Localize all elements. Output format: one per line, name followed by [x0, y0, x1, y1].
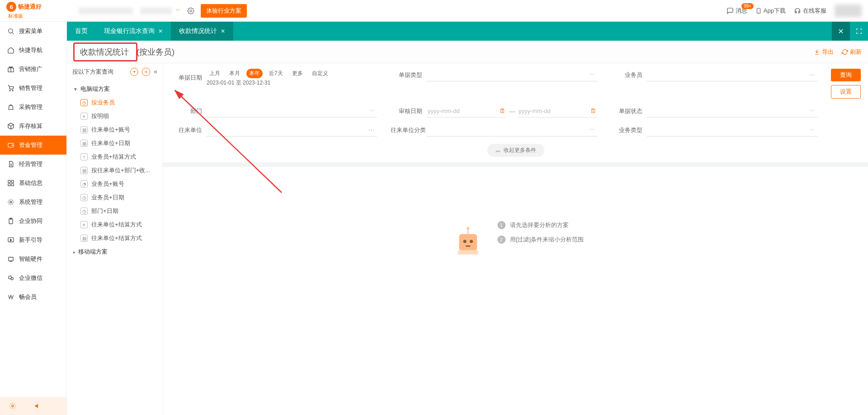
nav-item-box[interactable]: 库存核算 [0, 117, 66, 136]
nav-item-wallet[interactable]: 资金管理 [0, 136, 66, 155]
message-icon [726, 7, 734, 14]
chevron-down-icon: ﹀ [369, 107, 375, 115]
nav-item-gear[interactable]: 系统管理 [0, 193, 66, 212]
filter-doc-date: 单据日期 上月本月本年近7天更多自定义 2023-01-01 至 2023-12… [170, 69, 377, 87]
scheme-item[interactable]: ◷部门+日期 [67, 204, 163, 218]
filter-partner-cat[interactable]: 往来单位分类 ﹀ [391, 124, 597, 137]
phone-icon [755, 7, 762, 14]
filter-audit-date: 审核日期 yyyy-mm-dd🗓 — yyyy-mm-dd🗓 [391, 105, 597, 118]
scheme-item[interactable]: ▤按往来单位+部门+收... [67, 164, 163, 177]
date-chip[interactable]: 自定义 [309, 69, 331, 78]
scheme-item[interactable]: ▤往来单位+账号 [67, 123, 163, 137]
filter-dept[interactable]: 部门 ﹀ [170, 105, 377, 118]
nav-item-home[interactable]: 快捷导航 [0, 41, 66, 60]
support-link[interactable]: 在线客服 [794, 7, 826, 15]
nav-item-hw[interactable]: 智能硬件 [0, 250, 66, 269]
edition-label: 标准版 [8, 13, 23, 19]
nav-item-search[interactable]: 搜索菜单 [0, 22, 66, 41]
date-chip[interactable]: 本年 [246, 69, 263, 78]
nav-item-grid[interactable]: 基础信息 [0, 174, 66, 193]
empty-state: 1 请先选择要分析的方案 2 用[过滤]条件来缩小分析范围 [448, 221, 584, 262]
date-chip[interactable]: 本月 [226, 69, 243, 78]
messages-link[interactable]: 消息 99+ [726, 7, 747, 15]
date-chip[interactable]: 更多 [289, 69, 306, 78]
chevron-down-icon: ﹀ [590, 71, 595, 79]
scheme-item[interactable]: ◷业务员+日期 [67, 191, 163, 204]
scheme-item[interactable]: ≡往来单位+结算方式 [67, 218, 163, 231]
empty-step-2: 2 用[过滤]条件来缩小分析范围 [497, 236, 584, 244]
scheme-item[interactable]: ≡按明细 [67, 109, 163, 123]
date-chip[interactable]: 上月 [207, 69, 223, 78]
scheme-item[interactable]: ▤往来单位+日期 [67, 137, 163, 150]
messages-badge: 99+ [741, 3, 754, 9]
nav-item-vip[interactable]: 畅会员 [0, 288, 66, 307]
gear-icon[interactable] [187, 7, 194, 14]
scheme-item[interactable]: ◷按业务员 [67, 96, 163, 109]
user-avatar[interactable] [835, 5, 862, 17]
download-link[interactable]: App下载 [755, 7, 786, 15]
settings-icon[interactable] [9, 402, 16, 410]
tab-fullscreen[interactable] [850, 22, 868, 41]
collapse-sidebar-icon[interactable]: « [154, 68, 157, 76]
download-label: App下载 [764, 7, 786, 15]
filter-salesperson[interactable]: 业务员 ⋯ [611, 69, 817, 81]
refresh-button[interactable]: 刷新 [842, 48, 862, 56]
scheme-item[interactable]: ◔业务员+账号 [67, 177, 163, 191]
tab-close-all[interactable] [832, 22, 850, 41]
filter-doc-type[interactable]: 单据类型 ﹀ [391, 69, 597, 81]
bars-icon: ≡ [80, 113, 88, 120]
tab[interactable]: 首页 [67, 22, 96, 41]
clock-icon: ◷ [80, 208, 88, 215]
company-selector[interactable]: ﹀ [79, 7, 181, 14]
calendar-icon: 🗓 [590, 108, 596, 114]
add-scheme-icon[interactable]: + [130, 68, 138, 76]
filter-biz-type[interactable]: 业务类型 ﹀ [611, 124, 817, 137]
collapse-filters-button[interactable]: ︽ 收起更多条件 [487, 144, 544, 157]
clip-icon [7, 217, 14, 225]
filter-partner[interactable]: 往来单位 ⋯ [170, 124, 377, 137]
calendar-icon: 🗓 [500, 108, 505, 114]
trial-button[interactable]: 体验行业方案 [201, 4, 247, 18]
settings-button[interactable]: 设置 [831, 85, 861, 99]
chevron-down-icon: ﹀ [810, 107, 816, 115]
caret-icon: ▸ [73, 250, 75, 255]
scheme-header: 按以下方案查询 + « [67, 63, 163, 80]
close-icon[interactable]: ✕ [158, 28, 163, 34]
left-bottom-bar [0, 397, 66, 415]
grid-icon [7, 179, 14, 187]
scheme-group[interactable]: ▼电脑端方案 [67, 82, 163, 96]
nav-item-bag[interactable]: 采购管理 [0, 98, 66, 117]
tab[interactable]: 现金银行流水查询✕ [96, 22, 171, 41]
page-title: 收款情况统计 [77, 46, 132, 58]
scheme-settings-icon[interactable] [142, 68, 150, 76]
svg-rect-13 [8, 180, 10, 183]
nav-item-doc[interactable]: 经营管理 [0, 155, 66, 174]
svg-point-17 [10, 201, 12, 203]
query-button[interactable]: 查询 [831, 69, 861, 81]
logo-text: 畅捷通好 [18, 3, 42, 11]
scheme-group[interactable]: ▸移动端方案 [67, 245, 163, 259]
list-icon: ▤ [80, 167, 88, 174]
scheme-item[interactable]: ⫯业务员+结算方式 [67, 150, 163, 164]
page-subtitle: (按业务员) [134, 46, 177, 58]
svg-rect-29 [459, 234, 477, 250]
svg-line-4 [12, 33, 14, 34]
filter-doc-status[interactable]: 单据状态 ﹀ [611, 105, 817, 118]
support-label: 在线客服 [803, 7, 826, 15]
svg-point-10 [12, 145, 13, 146]
audit-date-from[interactable]: yyyy-mm-dd🗓 [427, 105, 506, 118]
sound-icon[interactable] [34, 402, 42, 410]
svg-point-7 [9, 90, 10, 91]
nav-item-play[interactable]: 新手引导 [0, 231, 66, 250]
list-icon: ▤ [80, 126, 88, 133]
nav-item-gift[interactable]: 营销推广 [0, 60, 66, 79]
scheme-item[interactable]: ▤往来单位+结算方式 [67, 231, 163, 245]
nav-item-clip[interactable]: 企业协同 [0, 212, 66, 231]
nav-item-cart[interactable]: 销售管理 [0, 79, 66, 98]
audit-date-to[interactable]: yyyy-mm-dd🗓 [518, 105, 597, 118]
nav-item-wechat[interactable]: 企业微信 [0, 269, 66, 288]
tab[interactable]: 收款情况统计✕ [171, 22, 233, 41]
close-icon[interactable]: ✕ [221, 28, 225, 34]
date-chip[interactable]: 近7天 [266, 69, 286, 78]
export-button[interactable]: 导出 [814, 48, 834, 56]
